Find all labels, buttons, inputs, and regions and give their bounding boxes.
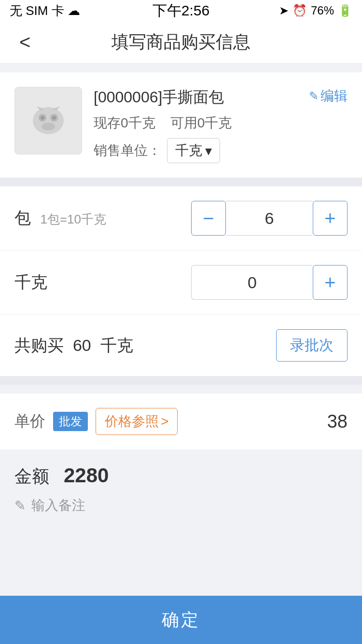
product-unit-row: 销售单位： 千克 ▾ bbox=[94, 138, 348, 163]
no-sim-label: 无 SIM 卡 ☁ bbox=[10, 2, 80, 19]
product-placeholder-icon bbox=[29, 101, 68, 140]
svg-point-3 bbox=[41, 116, 44, 120]
status-right: ➤ ⏰ 76% 🔋 bbox=[279, 4, 352, 17]
confirm-button[interactable]: 确定 bbox=[0, 596, 362, 644]
stock-label: 现存0千克 bbox=[94, 115, 155, 130]
product-name: [0000006]手撕面包 bbox=[94, 87, 309, 108]
product-stock: 现存0千克 可用0千克 bbox=[94, 114, 348, 132]
price-value: 38 bbox=[327, 411, 348, 432]
amount-label: 金额 bbox=[14, 466, 49, 486]
battery-label: 76% bbox=[311, 4, 334, 17]
note-placeholder: 输入备注 bbox=[31, 496, 85, 515]
product-info: [0000006]手撕面包 ✎ 编辑 现存0千克 可用0千克 销售单位： 千克 … bbox=[94, 87, 348, 163]
price-ref-arrow: > bbox=[161, 414, 168, 429]
amount-row: 金额 2280 bbox=[14, 464, 348, 489]
price-tag: 批发 bbox=[53, 412, 88, 431]
amount-value: 2280 bbox=[64, 464, 109, 487]
quantity-controls-kg: + bbox=[191, 265, 348, 300]
status-left: 无 SIM 卡 ☁ bbox=[10, 2, 80, 19]
amount-section: 金额 2280 ✎ 输入备注 bbox=[0, 449, 362, 524]
total-text: 共购买 60 千克 bbox=[14, 335, 133, 357]
status-bar: 无 SIM 卡 ☁ 下午2:56 ➤ ⏰ 76% 🔋 bbox=[0, 0, 362, 21]
price-section: 单价 批发 价格参照 > 38 bbox=[0, 393, 362, 449]
location-icon: ➤ bbox=[279, 4, 289, 17]
unit-selector[interactable]: 千克 ▾ bbox=[167, 138, 220, 163]
svg-point-4 bbox=[52, 116, 56, 120]
decrease-bao-button[interactable]: − bbox=[191, 201, 226, 236]
nav-bar: < 填写商品购买信息 bbox=[0, 21, 362, 64]
status-time: 下午2:56 bbox=[153, 1, 209, 21]
edit-label: 编辑 bbox=[320, 87, 348, 105]
quantity-row-bao: 包 1包=10千克 − + bbox=[0, 186, 362, 251]
total-unit: 千克 bbox=[100, 336, 133, 354]
alarm-icon: ⏰ bbox=[292, 4, 307, 17]
quantity-section: 包 1包=10千克 − + 千克 + bbox=[0, 186, 362, 315]
unit-value: 千克 bbox=[175, 141, 202, 160]
product-name-row: [0000006]手撕面包 ✎ 编辑 bbox=[94, 87, 348, 108]
quantity-input-kg[interactable] bbox=[191, 265, 313, 300]
quantity-label-kg: 千克 bbox=[14, 271, 191, 294]
increase-bao-button[interactable]: + bbox=[313, 201, 348, 236]
total-section: 共购买 60 千克 录批次 bbox=[0, 315, 362, 376]
price-ref-label: 价格参照 bbox=[105, 412, 159, 431]
total-amount: 60 bbox=[73, 336, 91, 354]
product-section: [0000006]手撕面包 ✎ 编辑 现存0千克 可用0千克 销售单位： 千克 … bbox=[0, 72, 362, 178]
quantity-input-bao[interactable] bbox=[226, 201, 313, 236]
batch-button[interactable]: 录批次 bbox=[276, 329, 348, 362]
price-label: 单价 bbox=[14, 411, 45, 432]
price-ref-button[interactable]: 价格参照 > bbox=[96, 408, 178, 435]
svg-point-5 bbox=[42, 123, 55, 130]
total-prefix: 共购买 bbox=[14, 336, 64, 354]
note-row[interactable]: ✎ 输入备注 bbox=[14, 496, 348, 515]
quantity-label-bao: 包 1包=10千克 bbox=[14, 207, 191, 229]
back-button[interactable]: < bbox=[14, 27, 35, 58]
available-label: 可用0千克 bbox=[170, 115, 232, 130]
unit-dropdown-icon: ▾ bbox=[205, 143, 212, 159]
quantity-row-kg: 千克 + bbox=[0, 251, 362, 315]
unit-text-label: 销售单位： bbox=[94, 141, 161, 160]
quantity-hint-bao: 1包=10千克 bbox=[40, 212, 106, 226]
battery-icon: 🔋 bbox=[338, 4, 352, 17]
quantity-controls-bao: − + bbox=[191, 201, 348, 236]
unit-bao: 包 bbox=[14, 209, 31, 227]
page-title: 填写商品购买信息 bbox=[111, 30, 251, 54]
edit-icon: ✎ bbox=[309, 89, 319, 103]
separator-2 bbox=[0, 376, 362, 385]
product-image bbox=[14, 87, 82, 154]
pencil-icon: ✎ bbox=[14, 498, 26, 514]
edit-button[interactable]: ✎ 编辑 bbox=[309, 87, 348, 105]
increase-kg-button[interactable]: + bbox=[313, 265, 348, 300]
separator-1 bbox=[0, 178, 362, 186]
